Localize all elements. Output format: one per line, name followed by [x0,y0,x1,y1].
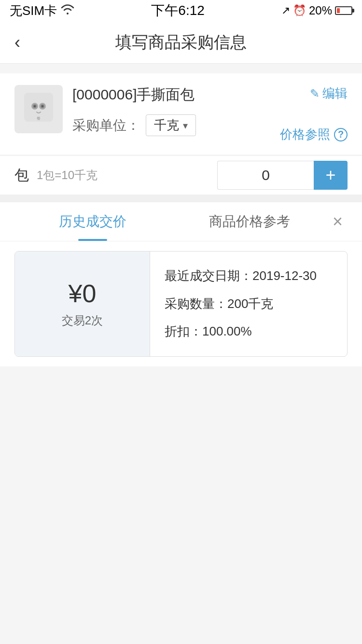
carrier-text: 无SIM卡 [10,2,57,19]
battery-icon [335,6,352,15]
edit-button[interactable]: ✎ 编辑 [310,85,348,102]
price-ref-button[interactable]: 价格参照 ? [280,126,348,143]
recent-date-value: 2019-12-30 [252,268,317,283]
svg-point-6 [42,105,43,107]
discount-value: 100.00% [202,324,252,338]
edit-icon: ✎ [310,87,320,100]
product-name: [0000006]手撕面包 [72,85,196,105]
quantity-input-group: + [217,161,348,190]
product-image-placeholder: 餐 [24,93,53,126]
quantity-section: 包 1包=10千克 + [0,155,362,195]
section-divider [0,195,362,202]
status-time: 下午6:12 [151,1,205,20]
purchase-quantity-label: 采购数量： [165,296,227,311]
price-amount: ¥0 [69,279,97,308]
price-card: ¥0 交易2次 最近成交日期：2019-12-30 采购数量：200千克 折扣：… [14,251,348,357]
discount-row: 折扣：100.00% [165,322,333,342]
price-card-left: ¥0 交易2次 [15,252,150,356]
unit-label: 采购单位： [72,116,140,135]
location-icon: ↗ [281,4,290,17]
product-image: 餐 [14,85,63,133]
wifi-icon [61,3,74,18]
product-info: [0000006]手撕面包 采购单位： 千克 ▾ [72,85,196,136]
unit-value: 千克 [154,117,179,134]
product-card: 餐 [0000006]手撕面包 采购单位： 千克 ▾ ✎ 编辑 [0,73,362,154]
svg-text:餐: 餐 [37,116,41,121]
price-ref-icon: ? [334,128,348,141]
edit-label: 编辑 [322,85,348,102]
status-right: ↗ ⏰ 20% [281,4,352,17]
back-button[interactable]: ‹ [14,32,30,53]
quantity-unit: 包 [14,166,29,185]
status-left: 无SIM卡 [10,2,74,19]
price-card-container: ¥0 交易2次 最近成交日期：2019-12-30 采购数量：200千克 折扣：… [0,241,362,366]
quantity-unit-desc: 1包=10千克 [37,168,97,183]
product-unit-row: 采购单位： 千克 ▾ [72,114,196,136]
unit-dropdown-arrow: ▾ [183,120,188,131]
quantity-input[interactable] [217,161,314,190]
recent-date-label: 最近成交日期： [165,268,252,283]
tab-history-price[interactable]: 历史成交价 [14,202,171,241]
tab-product-price-ref[interactable]: 商品价格参考 [171,202,327,241]
battery-percent: 20% [309,4,332,17]
price-currency: ¥ [69,280,83,308]
page-title: 填写商品采购信息 [115,31,247,54]
price-ref-label: 价格参照 [280,126,330,143]
svg-point-5 [34,105,36,107]
main-content [0,366,362,644]
discount-label: 折扣： [165,324,202,338]
alarm-icon: ⏰ [293,4,306,17]
quantity-label-group: 包 1包=10千克 [14,166,97,185]
price-transactions: 交易2次 [62,313,103,328]
purchase-quantity-value: 200千克 [227,296,273,311]
nav-bar: ‹ 填写商品采购信息 [0,21,362,64]
purchase-quantity-row: 采购数量：200千克 [165,294,333,314]
price-card-right: 最近成交日期：2019-12-30 采购数量：200千克 折扣：100.00% [150,252,347,356]
unit-select[interactable]: 千克 ▾ [146,114,196,136]
recent-date-row: 最近成交日期：2019-12-30 [165,266,333,286]
close-panel-button[interactable]: × [328,207,348,237]
price-value: 0 [83,280,97,308]
price-panel: 历史成交价 商品价格参考 × ¥0 交易2次 最近成交日期：2019-12-30… [0,202,362,366]
status-bar: 无SIM卡 下午6:12 ↗ ⏰ 20% [0,0,362,21]
price-panel-tabs: 历史成交价 商品价格参考 × [0,202,362,241]
quantity-plus-button[interactable]: + [314,161,348,190]
quantity-row: 包 1包=10千克 + [14,156,348,195]
